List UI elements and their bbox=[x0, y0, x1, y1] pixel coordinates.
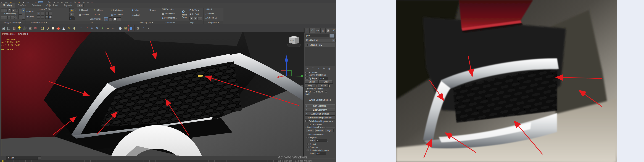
remove-modifier-icon[interactable]: 🗑 bbox=[321, 67, 327, 70]
loop-mode-icon[interactable]: ▫ bbox=[37, 16, 40, 19]
ring-button-cp[interactable]: Ring bbox=[305, 84, 316, 88]
axis-z-button[interactable]: Z bbox=[198, 17, 202, 20]
teapot-icon[interactable]: 🫖 bbox=[56, 25, 61, 31]
element-subobject-icon[interactable]: ⬛ bbox=[15, 8, 18, 12]
rollout-soft-selection[interactable]: +Soft Selection bbox=[305, 104, 335, 108]
show-end-result-on-icon[interactable]: ⚲ bbox=[22, 8, 25, 12]
grow-button-cp[interactable]: Grow bbox=[319, 80, 333, 84]
preview-radio-off[interactable]: Off bbox=[306, 90, 311, 93]
pin-icon[interactable]: ⊸ bbox=[22, 13, 25, 16]
shrink-button-cp[interactable]: Shrink bbox=[305, 80, 318, 84]
curve-editor-icon[interactable]: ∿ bbox=[69, 0, 73, 4]
poly-cube-icon[interactable] bbox=[11, 16, 14, 20]
next-modifier-icon[interactable] bbox=[18, 9, 22, 14]
attach-button[interactable]: ⬙Attach▾ bbox=[132, 14, 142, 16]
ignore-backfacing-checkbox[interactable]: Ignore Backfacing bbox=[306, 74, 336, 76]
method-radio-spatial-and-curvature[interactable]: Spatial and Curvature bbox=[306, 149, 334, 151]
object-color-swatch[interactable] bbox=[330, 34, 335, 38]
perspective-viewport[interactable]: Z RIGHT [ Perspective ] [ Shaded ] Total… bbox=[2, 32, 303, 156]
angle-snap-icon[interactable]: ∠ bbox=[43, 0, 47, 4]
geometry-all-section-label[interactable]: Geometry (All) ▾ bbox=[131, 21, 161, 24]
method-radio-regular[interactable]: Regular bbox=[306, 136, 334, 138]
link-icon[interactable]: ∞ bbox=[8, 0, 13, 4]
schematic-icon[interactable]: ⌘ bbox=[73, 0, 77, 4]
nurms-button[interactable]: ▦NURMS bbox=[79, 13, 89, 16]
rollout-subdivision-surface[interactable]: +Subdivision Surface bbox=[305, 112, 335, 116]
material-ball-icon[interactable]: ⬯ bbox=[45, 25, 50, 31]
edit-section-label[interactable]: Edit bbox=[52, 21, 130, 24]
polygon-modeling-section-label[interactable]: Polygon Modeling ▾ bbox=[0, 21, 25, 24]
create-tab[interactable]: ✳ bbox=[304, 28, 310, 33]
constraint-normal-icon[interactable]: ↥ bbox=[117, 18, 121, 21]
loop-button-cp[interactable]: Loop bbox=[318, 84, 328, 88]
loop-dot-icon[interactable]: ╌ bbox=[41, 16, 44, 19]
ring-grow-icon[interactable]: ＋ bbox=[45, 12, 48, 15]
prev-modifier-icon[interactable] bbox=[18, 14, 22, 20]
polygon-subobject-icon[interactable]: ■ bbox=[12, 8, 15, 12]
ring-list1-icon[interactable]: ≣ bbox=[45, 16, 48, 19]
zero-x-icon[interactable]: 0x bbox=[111, 26, 116, 32]
rollout-subdivision-displacement[interactable]: -Subdivision Displacement bbox=[305, 116, 335, 120]
ribbon-tab-modeling[interactable]: Modeling bbox=[0, 3, 15, 8]
relax-button[interactable]: ◖Relax▾ bbox=[132, 9, 140, 11]
ribbon-tab-populate[interactable]: Populate bbox=[61, 3, 75, 8]
sun-icon[interactable]: ☀ bbox=[66, 25, 72, 31]
to-grid-button[interactable]: ▦To Grid bbox=[190, 13, 198, 16]
edit-spinner[interactable] bbox=[75, 17, 77, 20]
rect-region-icon[interactable]: ⬚ bbox=[30, 0, 34, 4]
ring-button[interactable]: ☰Ring bbox=[45, 8, 52, 10]
ribbon-config-button[interactable]: ▣ ▾ bbox=[77, 4, 84, 7]
material-ball-lit-icon[interactable]: ⬮ bbox=[50, 25, 56, 31]
modifier-list-dropdown[interactable]: Modifier List˅ bbox=[305, 38, 336, 42]
preset-high-button[interactable]: High bbox=[325, 129, 334, 132]
time-slider[interactable]: 0 / 100 bbox=[6, 156, 38, 160]
align-section-label[interactable]: Align bbox=[180, 21, 203, 24]
layer-manager-icon[interactable]: ⊞ bbox=[60, 0, 64, 4]
modifier-stack[interactable]: Editable Poly bbox=[305, 43, 335, 66]
stack-row[interactable]: Editable Poly bbox=[305, 44, 335, 47]
ring-spinner[interactable] bbox=[316, 85, 317, 87]
properties-section-label[interactable]: Properties ▾ bbox=[204, 21, 224, 24]
edge-field[interactable]: 20.0 bbox=[316, 152, 326, 154]
select-object-icon[interactable]: ➤ bbox=[21, 0, 26, 4]
create-button[interactable]: ✧Create bbox=[147, 9, 156, 11]
msmooth-button[interactable]: ⊞MSmooth▾ bbox=[162, 8, 174, 10]
redo-icon[interactable]: ⟳ bbox=[4, 0, 8, 4]
modify-selection-section-label[interactable]: Modify Selection ▾ bbox=[26, 21, 52, 24]
loop-button[interactable]: ⚌Loop▾ bbox=[36, 8, 45, 10]
preview-subobj-icon[interactable] bbox=[1, 16, 4, 20]
next-frame-button[interactable]: > bbox=[38, 156, 41, 160]
video-camera-red-icon[interactable]: ◘ bbox=[33, 25, 38, 31]
filter-icon[interactable]: ⍗ bbox=[22, 16, 25, 20]
subdivision-displacement-checkbox[interactable]: Subdivision Displacement bbox=[306, 120, 336, 123]
light-tracer-icon[interactable]: 💡 bbox=[17, 25, 22, 31]
align-icon[interactable]: ≡ bbox=[56, 0, 60, 4]
constraint-face-icon[interactable]: ⬜ bbox=[113, 18, 117, 21]
help-icon[interactable]: ? bbox=[140, 25, 146, 31]
preview-radio-subobj[interactable]: SubObj bbox=[313, 90, 323, 93]
loop-shrink-icon[interactable]: − bbox=[41, 12, 44, 15]
egg-icon[interactable]: ⬮ bbox=[72, 25, 77, 31]
by-vertex-checkbox[interactable]: By Vertex bbox=[306, 72, 336, 73]
track-bar[interactable] bbox=[0, 160, 304, 162]
axis-y-button[interactable]: Y bbox=[194, 17, 198, 20]
ribbon-tab-selection[interactable]: Selection bbox=[29, 3, 44, 8]
undo-icon[interactable]: ⟲ bbox=[0, 0, 4, 4]
angle-field[interactable]: 45.0 bbox=[319, 77, 328, 80]
material-square-icon[interactable]: ▢ bbox=[40, 25, 45, 31]
edge-subobject-icon[interactable]: ◿ bbox=[4, 8, 8, 12]
dot-grid-icon[interactable]: ⠿ bbox=[79, 25, 84, 31]
select-by-name-icon[interactable]: ▤ bbox=[26, 0, 30, 4]
use-displacement-button[interactable]: ▲Use Displac... bbox=[162, 16, 177, 19]
ribbon-tab-object-paint[interactable]: Object Paint bbox=[44, 3, 61, 8]
pyramid-wire-icon[interactable]: ⟁ bbox=[89, 25, 95, 31]
pin-stack-icon[interactable]: ⊸ bbox=[305, 67, 310, 70]
render-setup-list-icon[interactable]: ▤ bbox=[6, 25, 12, 31]
window-crossing-icon[interactable]: ◫ bbox=[34, 0, 38, 4]
preview-multi-icon[interactable] bbox=[4, 16, 7, 20]
modify-tab[interactable]: ◠ bbox=[310, 28, 315, 33]
vertex-subobject-icon[interactable] bbox=[1, 8, 4, 12]
preset-low-button[interactable]: Low bbox=[306, 129, 315, 132]
palette-grid-icon[interactable]: ⊞ bbox=[123, 25, 128, 31]
method-radio-spatial[interactable]: Spatial bbox=[306, 143, 334, 145]
